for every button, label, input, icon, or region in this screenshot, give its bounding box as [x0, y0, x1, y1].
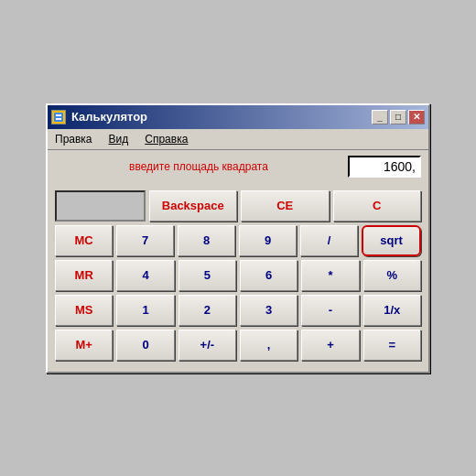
- btn-divide[interactable]: /: [300, 225, 358, 256]
- btn-2[interactable]: 2: [178, 295, 236, 326]
- button-row-3: MR 4 5 6 * %: [55, 260, 421, 291]
- btn-4[interactable]: 4: [116, 260, 174, 291]
- btn-comma[interactable]: ,: [240, 330, 298, 361]
- btn-percent[interactable]: %: [363, 260, 421, 291]
- mc-button[interactable]: MC: [55, 225, 113, 256]
- button-row-5: M+ 0 +/- , + =: [55, 330, 421, 361]
- menu-item-spravka[interactable]: Справка: [141, 131, 191, 147]
- btn-9[interactable]: 9: [239, 225, 297, 256]
- backspace-button[interactable]: Backspace: [149, 190, 238, 222]
- ms-button[interactable]: MS: [55, 295, 113, 326]
- svg-rect-1: [56, 114, 61, 116]
- menubar: Правка Вид Справка: [48, 129, 428, 150]
- btn-7[interactable]: 7: [116, 225, 174, 256]
- titlebar: Калькулятор _ □ ✕: [48, 105, 428, 129]
- svg-rect-0: [54, 113, 63, 122]
- menu-item-pravka[interactable]: Правка: [51, 131, 96, 147]
- btn-6[interactable]: 6: [240, 260, 298, 291]
- minimize-button[interactable]: _: [372, 110, 388, 124]
- btn-reciprocal[interactable]: 1/x: [363, 295, 421, 326]
- close-button[interactable]: ✕: [408, 110, 425, 124]
- c-button[interactable]: C: [333, 190, 422, 222]
- sqrt-button[interactable]: sqrt: [362, 225, 421, 256]
- display-area: введите площадь квадрата 1600,: [48, 150, 428, 183]
- app-icon: [51, 110, 66, 124]
- btn-3[interactable]: 3: [240, 295, 298, 326]
- display-value: 1600,: [348, 156, 421, 178]
- btn-5[interactable]: 5: [178, 260, 236, 291]
- btn-1[interactable]: 1: [116, 295, 174, 326]
- memory-placeholder: [55, 190, 146, 222]
- btn-subtract[interactable]: -: [301, 295, 359, 326]
- window-title: Калькулятор: [71, 110, 366, 124]
- btn-equals[interactable]: =: [363, 330, 421, 361]
- calculator-window: Калькулятор _ □ ✕ Правка Вид Справка вве…: [46, 103, 430, 373]
- mplus-button[interactable]: M+: [55, 330, 113, 361]
- window-controls: _ □ ✕: [372, 110, 425, 124]
- button-row-1: Backspace CE C: [55, 190, 421, 222]
- btn-negate[interactable]: +/-: [178, 330, 236, 361]
- btn-multiply[interactable]: *: [301, 260, 359, 291]
- menu-item-vid[interactable]: Вид: [105, 131, 133, 147]
- btn-8[interactable]: 8: [178, 225, 235, 256]
- btn-add[interactable]: +: [301, 330, 359, 361]
- btn-0[interactable]: 0: [116, 330, 174, 361]
- mr-button[interactable]: MR: [55, 260, 113, 291]
- maximize-button[interactable]: □: [390, 110, 406, 124]
- svg-rect-2: [56, 118, 61, 120]
- display-hint: введите площадь квадрата: [55, 160, 342, 173]
- button-row-4: MS 1 2 3 - 1/x: [55, 295, 421, 326]
- calculator-body: Backspace CE C MC 7 8 9 / sqrt MR 4 5 6 …: [48, 183, 428, 372]
- ce-button[interactable]: CE: [241, 190, 330, 222]
- button-row-2: MC 7 8 9 / sqrt: [55, 225, 421, 256]
